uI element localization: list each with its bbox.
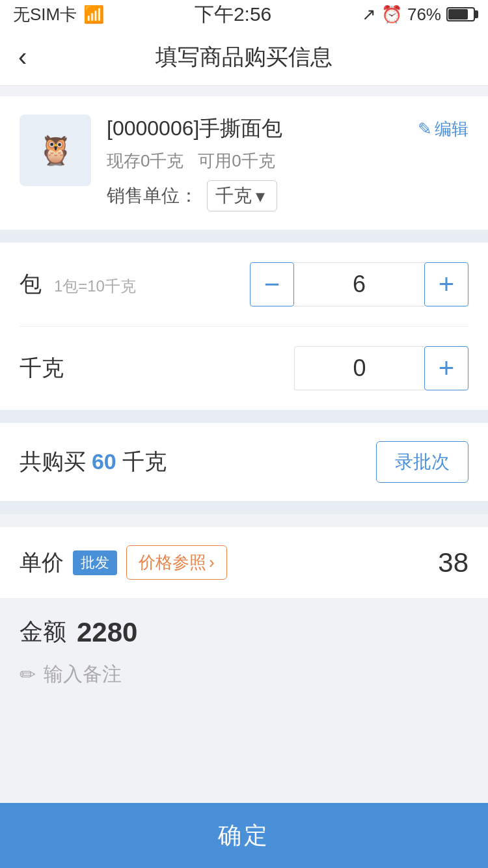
alarm-icon: ⏰	[381, 5, 402, 25]
amount-section: 金额 2280 ✏ 输入备注	[0, 598, 488, 706]
product-thumbnail: 🦉	[20, 115, 91, 186]
unit-selector[interactable]: 千克 ▾	[207, 180, 277, 211]
section-separator-1	[0, 230, 488, 243]
bag-hint: 1包=10千克	[54, 277, 136, 295]
product-stock: 现存0千克 可用0千克	[107, 150, 468, 172]
status-left: 无SIM卡 📶	[13, 3, 104, 26]
product-unit-row: 销售单位： 千克 ▾	[107, 180, 468, 211]
bag-quantity-input[interactable]	[294, 262, 424, 306]
price-section: 单价 批发 价格参照 › 38	[0, 527, 488, 598]
price-value: 38	[438, 547, 468, 578]
amount-row: 金额 2280	[20, 616, 468, 661]
amount-label: 金额	[20, 616, 66, 648]
location-icon: ↗	[362, 5, 376, 25]
back-button[interactable]: ‹	[18, 42, 27, 72]
edit-icon: ✎	[418, 119, 432, 139]
total-unit: 千克	[122, 449, 167, 474]
edit-button[interactable]: ✎ 编辑	[418, 118, 468, 141]
total-amount: 60	[92, 449, 116, 474]
bag-label: 包	[20, 271, 42, 296]
price-label: 单价	[20, 548, 64, 578]
status-time: 下午2:56	[195, 1, 271, 28]
status-right: ↗ ⏰ 76%	[362, 5, 475, 25]
price-reference-button[interactable]: 价格参照 ›	[126, 545, 227, 580]
remark-placeholder: 输入备注	[44, 661, 122, 688]
batch-button[interactable]: 录批次	[376, 441, 468, 483]
bag-quantity-row: 包 1包=10千克 − +	[20, 243, 468, 327]
bag-label-group: 包 1包=10千克	[20, 269, 136, 299]
section-separator-3	[0, 501, 488, 514]
quantity-section: 包 1包=10千克 − + 千克 +	[0, 243, 488, 410]
nav-bar: ‹ 填写商品购买信息	[0, 29, 488, 86]
wifi-icon: 📶	[83, 5, 104, 25]
total-prefix: 共购买	[20, 449, 86, 474]
product-info: [0000006]手撕面包 ✎ 编辑 现存0千克 可用0千克 销售单位： 千克 …	[107, 115, 468, 211]
kg-label-group: 千克	[20, 353, 64, 383]
kg-quantity-input[interactable]	[294, 346, 424, 390]
kg-increment-button[interactable]: +	[424, 346, 468, 390]
bag-qty-controls: − +	[250, 262, 468, 306]
page-title: 填写商品购买信息	[156, 42, 332, 72]
product-name: [0000006]手撕面包	[107, 115, 282, 143]
price-label-row: 单价 批发 价格参照 ›	[20, 545, 227, 580]
total-row: 共购买 60 千克 录批次	[0, 423, 488, 501]
kg-qty-controls: +	[294, 346, 468, 390]
remark-row[interactable]: ✏ 输入备注	[20, 661, 468, 706]
product-name-row: [0000006]手撕面包 ✎ 编辑	[107, 115, 468, 143]
remark-icon: ✏	[20, 663, 36, 686]
total-label-group: 共购买 60 千克	[20, 447, 167, 477]
kg-label: 千克	[20, 355, 64, 380]
product-card: 🦉 [0000006]手撕面包 ✎ 编辑 现存0千克 可用0千克 销售单位： 千…	[0, 96, 488, 230]
chevron-right-icon: ›	[209, 552, 215, 573]
battery-percent: 76%	[407, 5, 441, 25]
carrier-label: 无SIM卡	[13, 3, 77, 26]
bag-decrement-button[interactable]: −	[250, 262, 294, 306]
section-separator-2	[0, 410, 488, 423]
amount-value: 2280	[77, 617, 137, 648]
price-tag: 批发	[73, 550, 117, 575]
product-thumb-icon: 🦉	[38, 133, 74, 167]
confirm-button[interactable]: 确定	[0, 803, 488, 868]
kg-quantity-row: 千克 +	[20, 327, 468, 410]
bag-increment-button[interactable]: +	[424, 262, 468, 306]
chevron-down-icon: ▾	[256, 185, 265, 207]
status-bar: 无SIM卡 📶 下午2:56 ↗ ⏰ 76%	[0, 0, 488, 29]
battery-icon	[446, 7, 475, 21]
